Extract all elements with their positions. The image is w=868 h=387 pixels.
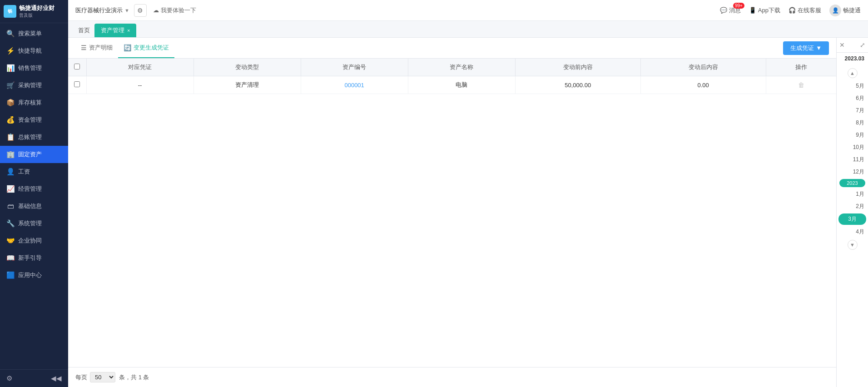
delete-row-btn[interactable]: 🗑 — [798, 81, 804, 89]
system-icon: 🔧 — [6, 219, 15, 228]
sidebar-label-quick-nav: 快捷导航 — [18, 47, 42, 55]
timeline-month-3-current[interactable]: 3月 — [838, 213, 866, 225]
sidebar-item-purchase[interactable]: 🛒采购管理 — [0, 77, 68, 94]
management-icon: 📈 — [6, 185, 15, 193]
home-label: 首页 — [78, 27, 90, 34]
sub-tab-asset-detail[interactable]: ☰ 资产明细 — [75, 38, 118, 58]
col-asset-no: 资产编号 — [301, 59, 408, 76]
sidebar-item-system[interactable]: 🔧系统管理 — [0, 215, 68, 232]
content-area: ☰ 资产明细 🔄 变更生成凭证 生成凭证 ▼ — [68, 38, 868, 387]
sidebar-item-fixed-assets[interactable]: 🏢固定资产 — [0, 146, 68, 163]
inventory-icon: 📦 — [6, 99, 15, 107]
sidebar-item-basic-info[interactable]: 🗃基础信息 — [0, 198, 68, 215]
top-header: 医疗器械行业演示 ▼ ⚙ ☁ 我要体验一下 💬 消息 99+ 📱 App下载 🎧… — [68, 0, 868, 21]
timeline-month-1[interactable]: 1月 — [837, 188, 868, 200]
per-page-select[interactable]: 50 10 20 100 — [90, 372, 115, 382]
row-after-change: 0.00 — [640, 76, 766, 94]
purchase-icon: 🛒 — [6, 81, 15, 89]
total-suffix: 条 — [143, 374, 149, 381]
app-download-btn[interactable]: 📱 App下载 — [749, 6, 780, 15]
payroll-icon: 👤 — [6, 168, 15, 176]
search-icon: 🔍 — [6, 30, 15, 38]
sidebar-label-purchase: 采购管理 — [18, 81, 42, 89]
timeline-month-4[interactable]: 4月 — [837, 226, 868, 238]
ledger-icon: 📋 — [6, 133, 15, 141]
dropdown-arrow-icon: ▼ — [816, 45, 822, 51]
tab-asset-management[interactable]: 资产管理 × — [94, 24, 136, 37]
timeline-month-6[interactable]: 6月 — [837, 92, 868, 104]
tab-close-icon[interactable]: × — [127, 28, 130, 33]
timeline-month-12[interactable]: 12月 — [837, 166, 868, 178]
sidebar-item-management[interactable]: 📈经营管理 — [0, 180, 68, 198]
finance-icon: 💰 — [6, 116, 15, 124]
table-container: 对应凭证 变动类型 资产编号 资产名称 变动前内容 变动后内容 操作 -- — [68, 59, 836, 367]
timeline-month-2[interactable]: 2月 — [837, 200, 868, 213]
timeline-month-5[interactable]: 5月 — [837, 80, 868, 92]
notifications-btn[interactable]: 💬 消息 99+ — [720, 6, 741, 15]
sidebar-item-app-center[interactable]: 🟦应用中心 — [0, 267, 68, 284]
sidebar-logo: 畅 畅捷通好业财 普及版 — [0, 0, 68, 23]
sub-tab-change-voucher[interactable]: 🔄 变更生成凭证 — [118, 38, 174, 58]
cloud-icon: ☁ — [153, 7, 159, 14]
sidebar: 畅 畅捷通好业财 普及版 🔍搜索菜单⚡快捷导航📊销售管理🛒采购管理📦库存核算💰资… — [0, 0, 68, 387]
sidebar-label-management: 经营管理 — [18, 185, 42, 193]
main-content: ☰ 资产明细 🔄 变更生成凭证 生成凭证 ▼ — [68, 38, 836, 387]
settings-icon[interactable]: ⚙ — [6, 374, 12, 382]
sidebar-label-finance: 资金管理 — [18, 116, 42, 124]
logo-icon: 畅 — [4, 5, 16, 18]
sidebar-label-payroll: 工资 — [18, 168, 30, 176]
sidebar-label-guide: 新手引导 — [18, 254, 42, 262]
sidebar-item-search[interactable]: 🔍搜索菜单 — [0, 25, 68, 42]
col-before-change: 变动前内容 — [515, 59, 640, 76]
guide-icon: 📖 — [6, 254, 15, 262]
collapse-icon[interactable]: ◀◀ — [51, 374, 62, 382]
up-arrow-icon[interactable]: ▲ — [848, 68, 858, 78]
timeline-up-nav[interactable]: ▲ — [837, 66, 868, 80]
tab-home[interactable]: 首页 — [74, 24, 94, 37]
timeline-year-badge[interactable]: 2023 — [839, 179, 865, 187]
timeline-month-8[interactable]: 8月 — [837, 117, 868, 129]
timeline-down-nav[interactable]: ▼ — [837, 238, 868, 252]
table-row: -- 资产清理 000001 电脑 50,000.00 0.00 🗑 — [68, 76, 836, 94]
col-asset-name: 资产名称 — [408, 59, 515, 76]
timeline-month-11[interactable]: 11月 — [837, 154, 868, 166]
user-profile-btn[interactable]: 👤 畅捷通 — [829, 5, 861, 16]
sidebar-item-inventory[interactable]: 📦库存核算 — [0, 94, 68, 111]
select-all-checkbox[interactable] — [74, 64, 80, 69]
sidebar-item-sales[interactable]: 📊销售管理 — [0, 60, 68, 77]
basic-info-icon: 🗃 — [6, 202, 15, 210]
generate-btn-label: 生成凭证 — [790, 44, 814, 52]
asset-change-table: 对应凭证 变动类型 资产编号 资产名称 变动前内容 变动后内容 操作 -- — [68, 59, 836, 94]
col-voucher: 对应凭证 — [86, 59, 193, 76]
header-settings-btn[interactable]: ⚙ — [134, 4, 147, 17]
total-label: 条，共 1 条 — [119, 373, 149, 382]
sidebar-label-sales: 销售管理 — [18, 64, 42, 72]
list-icon: ☰ — [81, 44, 87, 51]
timeline-expand-btn[interactable]: ⤢ — [860, 41, 865, 49]
down-arrow-icon[interactable]: ▼ — [848, 240, 858, 250]
row-checkbox-0[interactable] — [74, 81, 80, 87]
sidebar-item-enterprise[interactable]: 🤝企业协同 — [0, 232, 68, 249]
tab-asset-label: 资产管理 — [101, 26, 124, 35]
experience-btn[interactable]: ☁ 我要体验一下 — [153, 6, 196, 15]
generate-voucher-btn[interactable]: 生成凭证 ▼ — [783, 41, 829, 55]
col-after-change: 变动后内容 — [640, 59, 766, 76]
col-checkbox — [68, 59, 86, 76]
timeline-month-10[interactable]: 10月 — [837, 141, 868, 154]
pagination-bar: 每页 50 10 20 100 条，共 1 条 — [68, 367, 836, 387]
sidebar-item-quick-nav[interactable]: ⚡快捷导航 — [0, 42, 68, 60]
company-name-btn[interactable]: 医疗器械行业演示 ▼ — [75, 6, 129, 15]
chevron-down-icon: ▼ — [124, 8, 129, 13]
sidebar-item-ledger[interactable]: 📋总账管理 — [0, 129, 68, 146]
timeline-header: ✕ ⤢ — [837, 38, 868, 53]
timeline-month-9[interactable]: 9月 — [837, 129, 868, 141]
sidebar-footer: ⚙ ◀◀ — [0, 369, 68, 387]
sidebar-item-guide[interactable]: 📖新手引导 — [0, 249, 68, 267]
timeline-month-7[interactable]: 7月 — [837, 104, 868, 117]
sidebar-item-finance[interactable]: 💰资金管理 — [0, 111, 68, 129]
customer-service-btn[interactable]: 🎧 在线客服 — [789, 6, 821, 15]
timeline-close-btn[interactable]: ✕ — [839, 41, 845, 49]
row-action: 🗑 — [766, 76, 836, 94]
mobile-icon: 📱 — [749, 7, 756, 14]
sidebar-item-payroll[interactable]: 👤工资 — [0, 163, 68, 180]
